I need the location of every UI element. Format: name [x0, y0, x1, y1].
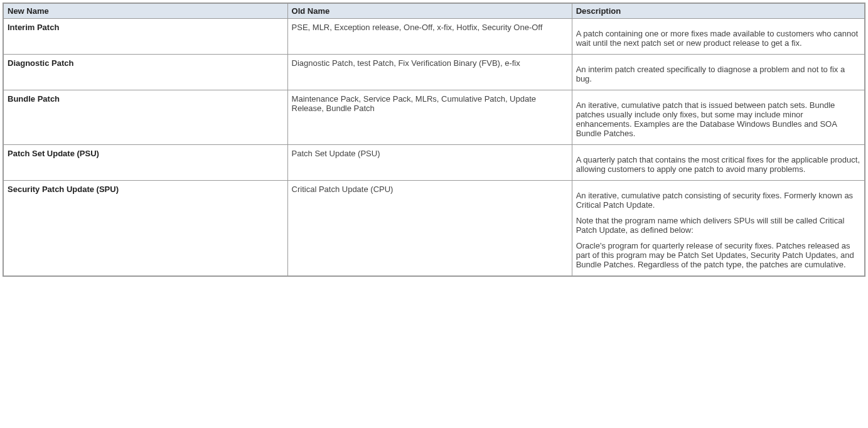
- cell-old-name: Maintenance Pack, Service Pack, MLRs, Cu…: [287, 90, 572, 145]
- description-paragraph: A patch containing one or more fixes mad…: [576, 29, 860, 48]
- table-row: Patch Set Update (PSU)Patch Set Update (…: [3, 145, 865, 181]
- cell-description: A patch containing one or more fixes mad…: [572, 19, 865, 55]
- table-row: Interim PatchPSE, MLR, Exception release…: [3, 19, 865, 55]
- cell-new-name: Interim Patch: [3, 19, 287, 55]
- table-header-row: New Name Old Name Description: [3, 3, 865, 19]
- description-paragraph: An iterative, cumulative patch that is i…: [576, 100, 860, 138]
- cell-new-name: Security Patch Update (SPU): [3, 181, 287, 277]
- table-row: Diagnostic PatchDiagnostic Patch, test P…: [3, 55, 865, 90]
- table-row: Bundle PatchMaintenance Pack, Service Pa…: [3, 90, 865, 145]
- description-paragraph: An interim patch created specifically to…: [576, 65, 860, 83]
- cell-old-name: PSE, MLR, Exception release, One-Off, x-…: [287, 19, 572, 55]
- cell-old-name: Patch Set Update (PSU): [287, 145, 572, 181]
- table-row: Security Patch Update (SPU)Critical Patc…: [3, 181, 865, 277]
- description-paragraph: Oracle's program for quarterly release o…: [576, 241, 860, 269]
- cell-description: A quarterly patch that contains the most…: [572, 145, 865, 181]
- cell-description: An iterative, cumulative patch that is i…: [572, 90, 865, 145]
- cell-old-name: Critical Patch Update (CPU): [287, 181, 572, 277]
- patch-name-table: New Name Old Name Description Interim Pa…: [3, 3, 865, 277]
- description-paragraph: Note that the program name which deliver…: [576, 216, 860, 235]
- header-description: Description: [572, 3, 865, 19]
- cell-description: An iterative, cumulative patch consistin…: [572, 181, 865, 277]
- description-paragraph: A quarterly patch that contains the most…: [576, 155, 860, 174]
- description-paragraph: An iterative, cumulative patch consistin…: [576, 191, 860, 210]
- cell-new-name: Bundle Patch: [3, 90, 287, 145]
- header-new-name: New Name: [3, 3, 287, 19]
- cell-description: An interim patch created specifically to…: [572, 55, 865, 90]
- cell-new-name: Diagnostic Patch: [3, 55, 287, 90]
- cell-old-name: Diagnostic Patch, test Patch, Fix Verifi…: [287, 55, 572, 90]
- header-old-name: Old Name: [287, 3, 572, 19]
- cell-new-name: Patch Set Update (PSU): [3, 145, 287, 181]
